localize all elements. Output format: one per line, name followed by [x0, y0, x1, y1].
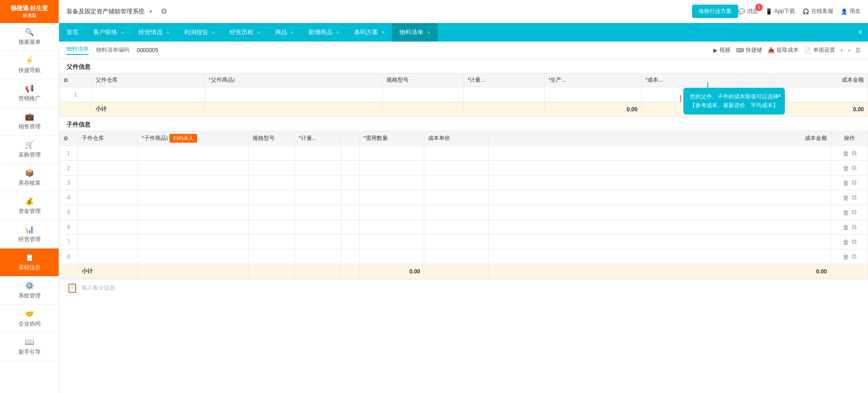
tab-new-goods[interactable]: 新增商品 ×	[301, 23, 346, 42]
child-cell-warehouse[interactable]	[78, 146, 138, 161]
sidebar-item-operations[interactable]: 📊 经营管理	[0, 220, 59, 248]
tab-close-icon[interactable]: ×	[121, 30, 124, 35]
single-settings-button[interactable]: 📄 单据设置	[804, 46, 835, 54]
parent-cell-quantity[interactable]	[464, 87, 544, 102]
child-cell-need-qty[interactable]	[360, 146, 424, 161]
tooltip-close-button[interactable]: ×	[778, 91, 781, 101]
child-cell-warehouse[interactable]	[78, 175, 138, 190]
child-cell-spec[interactable]	[249, 161, 295, 175]
settings-gear-icon[interactable]: ⚙	[161, 7, 167, 16]
child-cell-cost-price[interactable]	[424, 235, 489, 249]
sidebar-item-purchase[interactable]: 🛒 采购管理	[0, 136, 59, 164]
child-cell-need-qty[interactable]	[360, 220, 424, 235]
child-cell-quantity[interactable]	[295, 249, 341, 264]
child-cell-quantity[interactable]	[295, 161, 341, 175]
child-cell-goods[interactable]	[138, 235, 249, 249]
sidebar-item-sales[interactable]: 💼 销售管理	[0, 108, 59, 136]
child-cell-goods[interactable]	[138, 146, 249, 161]
child-cell-goods[interactable]	[138, 220, 249, 235]
child-cell-cost-price[interactable]	[424, 220, 489, 235]
delete-row-icon[interactable]: 🗑	[843, 164, 849, 172]
breadcrumb-bom-list[interactable]: 物料清单	[66, 45, 89, 55]
child-cell-need-qty[interactable]	[360, 235, 424, 249]
close-all-tabs-icon[interactable]: ×	[853, 28, 868, 36]
child-cell-quantity[interactable]	[295, 146, 341, 161]
parent-cell-warehouse[interactable]	[92, 87, 205, 102]
tab-operations-status[interactable]: 经营情况 ×	[131, 23, 176, 42]
child-cell-warehouse[interactable]	[78, 249, 138, 264]
copy-row-icon[interactable]: ⧉	[852, 193, 856, 201]
next-page-button[interactable]: ›	[848, 47, 850, 54]
note-placeholder[interactable]: 输入备注信息	[82, 284, 115, 292]
online-service-button[interactable]: 🎧 在线客服	[802, 7, 833, 15]
message-button[interactable]: 💬 6 消息	[738, 7, 758, 15]
child-cell-cost-price[interactable]	[424, 175, 489, 190]
delete-row-icon[interactable]: 🗑	[843, 194, 849, 201]
copy-row-icon[interactable]: ⧉	[852, 149, 856, 157]
child-cell-warehouse[interactable]	[78, 161, 138, 175]
tab-home[interactable]: 首页	[59, 23, 86, 42]
child-cell-spec[interactable]	[249, 190, 295, 205]
tab-close-icon[interactable]: ×	[336, 30, 339, 35]
copy-row-icon[interactable]: ⧉	[852, 253, 856, 260]
delete-row-icon[interactable]: 🗑	[843, 224, 849, 231]
child-cell-cost-price[interactable]	[424, 249, 489, 264]
tab-bom[interactable]: 物料清单 ×	[392, 23, 437, 42]
sidebar-item-marketing[interactable]: 📢 营销推广	[0, 79, 59, 108]
shortcut-button[interactable]: ⌨ 快捷键	[736, 46, 762, 54]
tab-close-icon[interactable]: ×	[382, 30, 385, 35]
sidebar-item-basic-info[interactable]: 📋 基础信息	[0, 248, 59, 277]
child-cell-spec[interactable]	[249, 205, 295, 220]
parent-col-settings[interactable]: ⚙	[60, 73, 92, 87]
copy-row-icon[interactable]: ⧉	[852, 179, 856, 187]
delete-row-icon[interactable]: 🗑	[843, 150, 849, 157]
tab-close-icon[interactable]: ×	[427, 30, 430, 35]
child-cell-goods[interactable]	[138, 190, 249, 205]
delete-row-icon[interactable]: 🗑	[843, 253, 849, 260]
sidebar-item-guide[interactable]: 📖 新手引导	[0, 333, 59, 361]
copy-row-icon[interactable]: ⧉	[852, 223, 856, 231]
delete-row-icon[interactable]: 🗑	[843, 179, 849, 187]
child-cell-quantity[interactable]	[295, 175, 341, 190]
scan-input-button[interactable]: 扫码录入	[169, 134, 197, 143]
app-download-button[interactable]: 📱 App下载	[766, 7, 795, 15]
child-cell-cost-price[interactable]	[424, 146, 489, 161]
child-cell-warehouse[interactable]	[78, 235, 138, 249]
extract-cost-button[interactable]: 📥 提取成本	[768, 46, 799, 54]
copy-row-icon[interactable]: ⧉	[852, 164, 856, 172]
copy-row-icon[interactable]: ⧉	[852, 208, 856, 216]
delete-row-icon[interactable]: 🗑	[843, 209, 849, 216]
child-cell-spec[interactable]	[249, 235, 295, 249]
sidebar-item-quick-nav[interactable]: ⚡ 快捷导航	[0, 51, 59, 79]
child-cell-need-qty[interactable]	[360, 190, 424, 205]
child-cell-goods[interactable]	[138, 161, 249, 175]
user-button[interactable]: 👤 用友	[841, 7, 861, 15]
delete-row-icon[interactable]: 🗑	[843, 238, 849, 246]
child-cell-spec[interactable]	[249, 249, 295, 264]
parent-cell-production[interactable]	[544, 87, 641, 102]
list-view-button[interactable]: ☰	[856, 47, 861, 54]
child-cell-cost-price[interactable]	[424, 190, 489, 205]
tab-profit[interactable]: 利润报告 ×	[177, 23, 222, 42]
child-cell-quantity[interactable]	[295, 220, 341, 235]
tab-goods[interactable]: 商品 ×	[268, 23, 301, 42]
sidebar-item-search[interactable]: 🔍 搜索菜单	[0, 23, 59, 51]
copy-row-icon[interactable]: ⧉	[852, 238, 856, 246]
child-cell-warehouse[interactable]	[78, 190, 138, 205]
child-cell-cost-price[interactable]	[424, 205, 489, 220]
child-cell-spec[interactable]	[249, 175, 295, 190]
child-cell-goods[interactable]	[138, 175, 249, 190]
child-cell-quantity[interactable]	[295, 235, 341, 249]
parent-cell-goods[interactable]	[205, 87, 383, 102]
dropdown-arrow-icon[interactable]: ▼	[148, 9, 153, 14]
child-cell-warehouse[interactable]	[78, 220, 138, 235]
video-button[interactable]: ▶ 视频	[713, 46, 730, 54]
child-cell-spec[interactable]	[249, 220, 295, 235]
tab-close-icon[interactable]: ×	[291, 30, 294, 35]
child-cell-cost-price[interactable]	[424, 161, 489, 175]
child-cell-need-qty[interactable]	[360, 205, 424, 220]
child-cell-spec[interactable]	[249, 146, 295, 161]
sidebar-item-enterprise[interactable]: 🤝 企业协同	[0, 305, 59, 333]
parent-cell-spec[interactable]	[383, 87, 464, 102]
tab-close-icon[interactable]: ×	[257, 30, 260, 35]
